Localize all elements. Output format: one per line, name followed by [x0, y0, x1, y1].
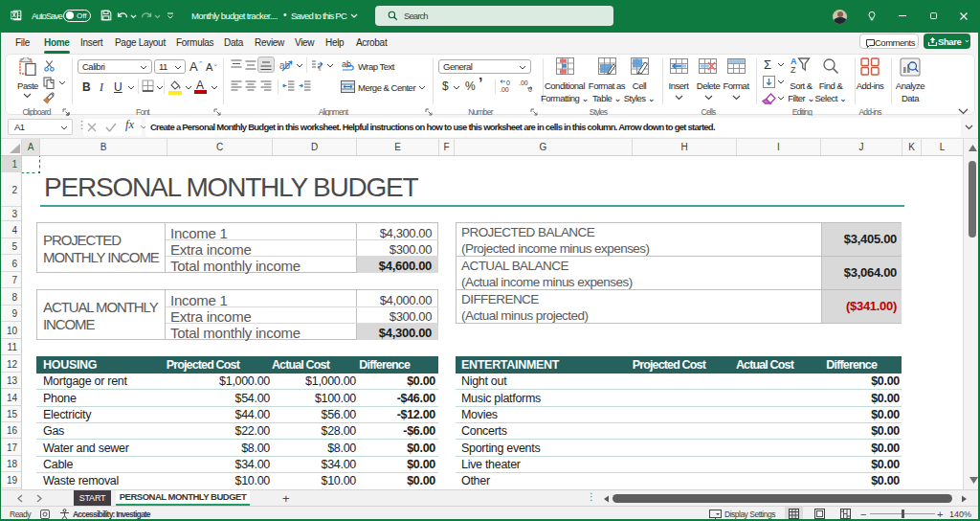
svg-text:.00: .00	[519, 79, 528, 86]
svg-text:¶: ¶	[318, 64, 322, 72]
svg-text:.00: .00	[500, 86, 509, 93]
svg-text:Z: Z	[791, 65, 796, 75]
